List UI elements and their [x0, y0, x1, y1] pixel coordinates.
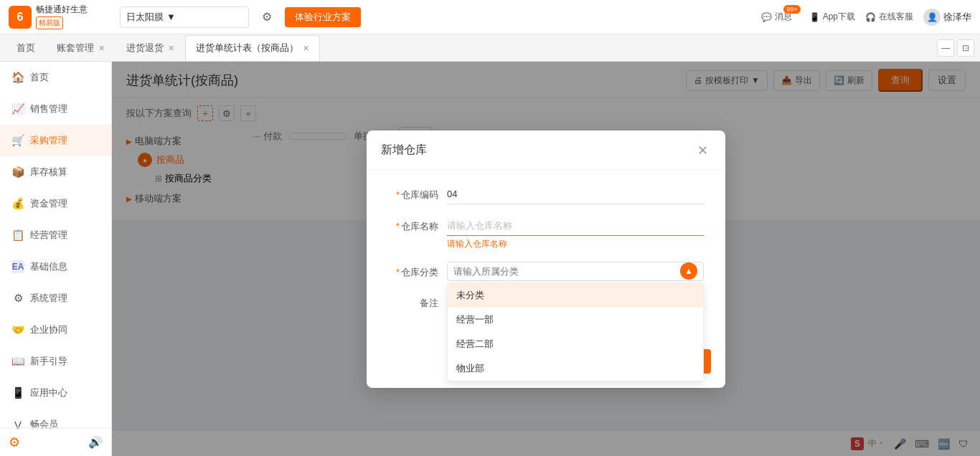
- sidebar-label-newbie: 新手引导: [30, 355, 67, 368]
- dropdown-item-unclassified[interactable]: 未分类: [448, 283, 703, 308]
- header-right: 💬 消息 99+ 📱 App下载 🎧 在线客服 👤 徐泽华: [761, 9, 971, 26]
- tab-close-icon[interactable]: ✕: [98, 44, 105, 53]
- sidebar-label-finance: 资金管理: [30, 197, 67, 210]
- tab-bar: 首页 账套管理 ✕ 进货退货 ✕ 进货单统计表（按商品） ✕ — ⊡: [0, 34, 980, 62]
- dialog-title: 新增仓库: [381, 143, 427, 158]
- logo-text: 畅捷通好生意: [36, 4, 88, 16]
- dialog-header: 新增仓库 ✕: [367, 130, 725, 170]
- category-toggle-button[interactable]: ▲: [680, 262, 697, 280]
- dropdown-item-ops1[interactable]: 经营一部: [448, 308, 703, 332]
- add-warehouse-dialog: 新增仓库 ✕ *仓库编码: [367, 130, 725, 388]
- sidebar-label-basic-info: 基础信息: [30, 260, 67, 273]
- code-control: [447, 184, 704, 204]
- logo-area: 6 畅捷通好生意 精易版: [9, 4, 120, 30]
- tab-purchase-stats[interactable]: 进货单统计表（按商品） ✕: [185, 35, 320, 61]
- code-label: *仓库编码: [388, 184, 438, 201]
- logo-badge: 精易版: [36, 16, 63, 29]
- dropdown-arrow-icon: ▼: [166, 11, 176, 22]
- tab-home[interactable]: 首页: [6, 35, 46, 61]
- finance-icon: 💰: [11, 197, 24, 210]
- sidebar-label-purchase: 采购管理: [30, 134, 67, 147]
- top-header: 6 畅捷通好生意 精易版 日太阳膜 ▼ ⚙ 体验行业方案 💬 消息 99+ 📱 …: [0, 0, 980, 34]
- sidebar-label-sales: 销售管理: [30, 103, 67, 115]
- remark-label: 备注: [388, 293, 438, 310]
- operations-icon: 📋: [11, 229, 24, 242]
- sidebar-label-app-center: 应用中心: [30, 386, 67, 399]
- newbie-icon: 📖: [11, 355, 24, 368]
- name-input[interactable]: [447, 216, 704, 236]
- online-service-label: 在线客服: [879, 11, 913, 23]
- user-item[interactable]: 👤 徐泽华: [923, 9, 971, 26]
- gear-icon[interactable]: ⚙: [256, 6, 278, 28]
- category-control: ▲ 未分类 经营一部 经营二部 物业部: [447, 262, 704, 281]
- dialog-overlay: 新增仓库 ✕ *仓库编码: [112, 62, 980, 456]
- dropdown-item-ops2[interactable]: 经营二部: [448, 332, 703, 356]
- code-input[interactable]: [447, 184, 704, 204]
- home-icon: 🏠: [11, 71, 24, 84]
- avatar-icon: 👤: [923, 9, 941, 26]
- enterprise-icon: 🤝: [11, 323, 24, 336]
- category-dropdown: 未分类 经营一部 经营二部 物业部: [447, 282, 704, 381]
- sidebar-item-inventory[interactable]: 📦 库存核算: [0, 156, 111, 188]
- dialog-body: *仓库编码 *仓库名称 请输入仓库名称: [367, 170, 725, 341]
- sidebar-label-home: 首页: [30, 71, 49, 84]
- category-label: *仓库分类: [388, 262, 438, 279]
- sales-icon: 📈: [11, 103, 24, 115]
- sidebar-item-enterprise[interactable]: 🤝 企业协同: [0, 314, 111, 346]
- purchase-icon: 🛒: [11, 134, 24, 147]
- sidebar-item-system[interactable]: ⚙ 系统管理: [0, 282, 111, 314]
- basic-info-icon: EA: [11, 260, 24, 273]
- form-row-code: *仓库编码: [388, 184, 704, 204]
- sidebar-item-newbie[interactable]: 📖 新手引导: [0, 346, 111, 377]
- sidebar-item-finance[interactable]: 💰 资金管理: [0, 188, 111, 219]
- headset-icon: 🎧: [865, 12, 876, 22]
- sidebar-label-inventory: 库存核算: [30, 166, 67, 179]
- tab-minimize-button[interactable]: —: [937, 39, 954, 57]
- tab-account[interactable]: 账套管理 ✕: [46, 35, 116, 61]
- tab-close-icon[interactable]: ✕: [168, 44, 174, 53]
- category-input[interactable]: [453, 266, 697, 277]
- sidebar-item-app-center[interactable]: 📱 应用中心: [0, 377, 111, 409]
- form-row-category: *仓库分类 ▲ 未分类 经营一部 经营二部: [388, 262, 704, 281]
- sidebar-label-operations: 经营管理: [30, 229, 67, 242]
- sidebar-item-sales[interactable]: 📈 销售管理: [0, 93, 111, 125]
- sidebar-label-enterprise: 企业协同: [30, 323, 67, 336]
- search-value: 日太阳膜: [126, 11, 164, 24]
- dialog-close-button[interactable]: ✕: [694, 142, 711, 159]
- content-area: 进货单统计(按商品) 🖨 按模板打印 ▼ 📤 导出 🔄 刷新: [112, 62, 980, 456]
- try-industry-button[interactable]: 体验行业方案: [285, 7, 361, 27]
- app-download-item[interactable]: 📱 App下载: [809, 11, 855, 23]
- name-label: *仓库名称: [388, 216, 438, 233]
- speaker-icon[interactable]: 🔊: [88, 435, 103, 449]
- phone-icon: 📱: [809, 12, 820, 22]
- app-download-label: App下载: [823, 11, 855, 23]
- category-input-wrapper: ▲: [447, 262, 704, 281]
- tab-returns[interactable]: 进货退货 ✕: [116, 35, 185, 61]
- online-service-item[interactable]: 🎧 在线客服: [865, 11, 913, 23]
- header-search-bar[interactable]: 日太阳膜 ▼: [120, 6, 249, 28]
- notification-badge: 99+: [783, 5, 800, 14]
- sidebar-item-basic-info[interactable]: EA 基础信息: [0, 251, 111, 282]
- logo-icon: 6: [9, 6, 32, 29]
- main-layout: 🏠 首页 📈 销售管理 🛒 采购管理 📦 库存核算 💰 资金管理 📋 经营管理 …: [0, 62, 980, 456]
- tab-maximize-button[interactable]: ⊡: [957, 39, 974, 57]
- system-icon: ⚙: [11, 292, 24, 305]
- sidebar-footer: ⚙ 🔊: [0, 427, 111, 456]
- sidebar-item-purchase[interactable]: 🛒 采购管理: [0, 125, 111, 156]
- message-icon: 💬: [761, 12, 772, 22]
- dropdown-item-property[interactable]: 物业部: [448, 356, 703, 381]
- sidebar-label-system: 系统管理: [30, 292, 67, 305]
- tab-close-active-icon[interactable]: ✕: [303, 44, 309, 53]
- tab-controls: — ⊡: [937, 39, 974, 57]
- name-error-message: 请输入仓库名称: [447, 238, 704, 250]
- inventory-icon: 📦: [11, 166, 24, 179]
- sidebar-item-operations[interactable]: 📋 经营管理: [0, 219, 111, 251]
- app-center-icon: 📱: [11, 386, 24, 399]
- sidebar-item-home[interactable]: 🏠 首页: [0, 62, 111, 93]
- settings-small-icon[interactable]: ⚙: [9, 434, 20, 450]
- user-name: 徐泽华: [943, 11, 971, 24]
- notification-item[interactable]: 💬 消息 99+: [761, 11, 792, 23]
- name-control: 请输入仓库名称: [447, 216, 704, 250]
- header-center: 日太阳膜 ▼ ⚙ 体验行业方案: [120, 6, 761, 28]
- form-row-name: *仓库名称 请输入仓库名称: [388, 216, 704, 250]
